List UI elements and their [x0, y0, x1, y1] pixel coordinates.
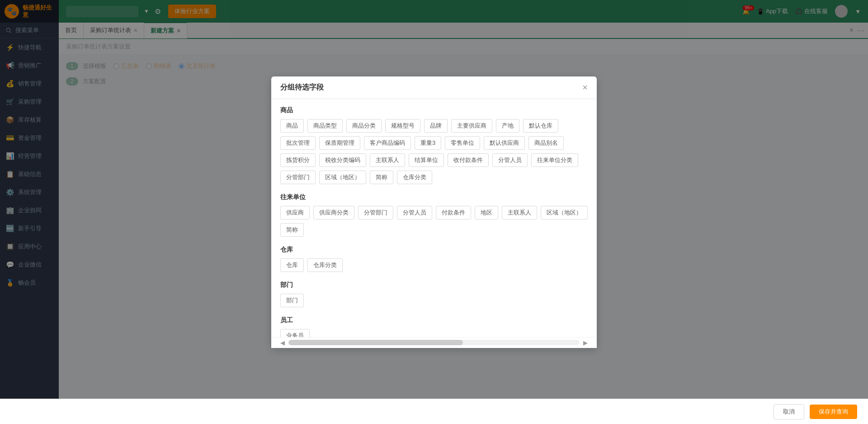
field-tag-默认供应商[interactable]: 默认供应商: [484, 136, 525, 150]
field-tags-department: 部门: [280, 294, 588, 307]
cancel-button[interactable]: 取消: [774, 404, 804, 419]
field-tag-分管人员[interactable]: 分管人员: [397, 206, 432, 219]
field-tag-分管人员[interactable]: 分管人员: [492, 153, 528, 167]
field-tag-默认仓库[interactable]: 默认仓库: [523, 119, 558, 133]
field-tag-分管部门[interactable]: 分管部门: [280, 171, 316, 184]
field-tag-商品分类[interactable]: 商品分类: [346, 119, 382, 133]
section-department: 部门部门: [280, 281, 588, 307]
field-tag-主要供应商[interactable]: 主要供应商: [451, 119, 492, 133]
field-tag-客户商品编码[interactable]: 客户商品编码: [364, 136, 411, 150]
section-title-employee: 员工: [280, 316, 588, 324]
field-tag-保质期管理[interactable]: 保质期管理: [319, 136, 360, 150]
modal-header: 分组待选字段 ×: [271, 76, 597, 99]
section-employee: 员工业务员: [280, 316, 588, 337]
field-tag-仓库分类[interactable]: 仓库分类: [397, 171, 432, 184]
field-tag-品牌[interactable]: 品牌: [424, 119, 448, 133]
modal-body[interactable]: 商品商品商品类型商品分类规格型号品牌主要供应商产地默认仓库批次管理保质期管理客户…: [271, 99, 597, 337]
modal-close-btn[interactable]: ×: [582, 83, 588, 92]
field-tags-product: 商品商品类型商品分类规格型号品牌主要供应商产地默认仓库批次管理保质期管理客户商品…: [280, 119, 588, 184]
field-tags-warehouse: 仓库仓库分类: [280, 258, 588, 272]
field-tag-仓库分类[interactable]: 仓库分类: [307, 258, 343, 272]
field-tag-分管部门[interactable]: 分管部门: [358, 206, 393, 219]
section-title-product: 商品: [280, 106, 588, 114]
modal-overlay: 分组待选字段 × 商品商品商品类型商品分类规格型号品牌主要供应商产地默认仓库批次…: [0, 0, 868, 424]
field-tag-商品类型[interactable]: 商品类型: [307, 119, 343, 133]
field-tag-地区[interactable]: 地区: [475, 206, 498, 219]
section-partner: 往来单位供应商供应商分类分管部门分管人员付款条件地区主联系人区域（地区）简称: [280, 193, 588, 237]
section-title-warehouse: 仓库: [280, 246, 588, 254]
field-tag-产地[interactable]: 产地: [496, 119, 519, 133]
field-tag-业务员[interactable]: 业务员: [280, 329, 310, 337]
field-tag-主联系人[interactable]: 主联系人: [502, 206, 537, 219]
field-tag-商品[interactable]: 商品: [280, 119, 304, 133]
field-tag-批次管理[interactable]: 批次管理: [280, 136, 316, 150]
field-tag-结算单位[interactable]: 结算单位: [409, 153, 444, 167]
field-tags-partner: 供应商供应商分类分管部门分管人员付款条件地区主联系人区域（地区）简称: [280, 206, 588, 237]
field-tag-规格型号[interactable]: 规格型号: [385, 119, 420, 133]
field-tag-收付款条件[interactable]: 收付款条件: [448, 153, 489, 167]
field-tag-供应商分类[interactable]: 供应商分类: [313, 206, 354, 219]
field-tag-往来单位分类[interactable]: 往来单位分类: [531, 153, 578, 167]
scrollbar-thumb: [288, 340, 463, 345]
modal-scrollbar-row: ◀ ▶: [271, 337, 597, 348]
field-tag-区域（地区）[interactable]: 区域（地区）: [319, 171, 366, 184]
horizontal-scrollbar[interactable]: [288, 340, 580, 345]
scrollbar-left-arrow[interactable]: ◀: [280, 339, 285, 346]
field-tag-简称[interactable]: 简称: [370, 171, 393, 184]
field-tag-商品别名[interactable]: 商品别名: [528, 136, 564, 150]
field-tag-税收分类编码[interactable]: 税收分类编码: [319, 153, 366, 167]
modal: 分组待选字段 × 商品商品商品类型商品分类规格型号品牌主要供应商产地默认仓库批次…: [271, 76, 597, 348]
field-tag-重量3[interactable]: 重量3: [415, 136, 441, 150]
section-title-partner: 往来单位: [280, 193, 588, 201]
section-product: 商品商品商品类型商品分类规格型号品牌主要供应商产地默认仓库批次管理保质期管理客户…: [280, 106, 588, 184]
field-tag-主联系人[interactable]: 主联系人: [370, 153, 405, 167]
field-tag-付款条件[interactable]: 付款条件: [436, 206, 471, 219]
section-warehouse: 仓库仓库仓库分类: [280, 246, 588, 272]
section-title-department: 部门: [280, 281, 588, 289]
field-tags-employee: 业务员: [280, 329, 588, 337]
field-tag-拣货积分[interactable]: 拣货积分: [280, 153, 316, 167]
field-tag-供应商[interactable]: 供应商: [280, 206, 310, 219]
scrollbar-right-arrow[interactable]: ▶: [583, 339, 588, 346]
field-tag-零售单位[interactable]: 零售单位: [445, 136, 480, 150]
modal-title: 分组待选字段: [280, 83, 324, 92]
confirm-button[interactable]: 保存并查询: [810, 405, 857, 419]
field-tag-简称[interactable]: 简称: [280, 223, 304, 237]
field-tag-仓库[interactable]: 仓库: [280, 258, 304, 272]
field-tag-部门[interactable]: 部门: [280, 294, 304, 307]
field-tag-区域（地区）[interactable]: 区域（地区）: [541, 206, 588, 219]
modal-footer: 取消 保存并查询: [0, 399, 868, 424]
